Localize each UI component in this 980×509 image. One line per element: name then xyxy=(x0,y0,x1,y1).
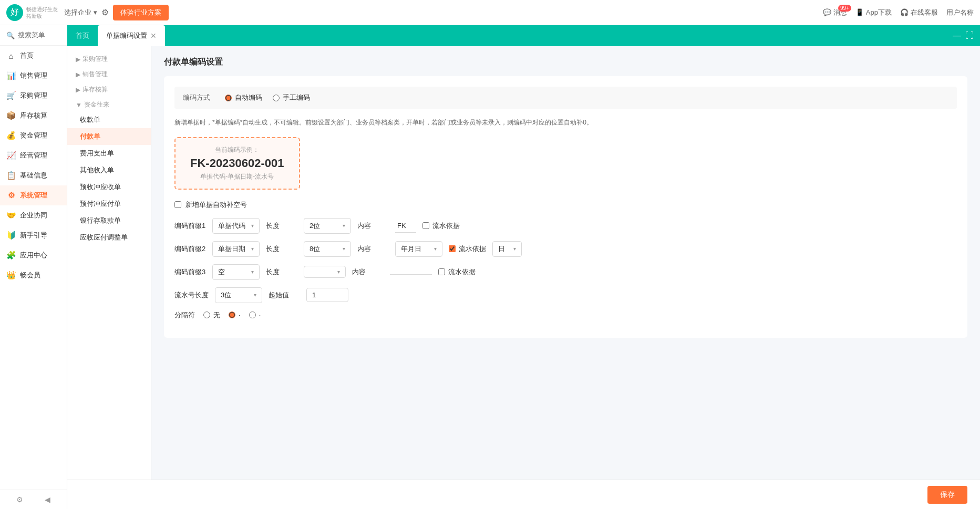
content2-select[interactable]: 年月日 ▾ xyxy=(395,241,442,257)
app-center-icon: 🧩 xyxy=(6,251,16,260)
sidebar-item-app[interactable]: 🧩 应用中心 xyxy=(0,245,67,265)
app-icon: 📱 xyxy=(855,8,864,16)
page-title: 付款单编码设置 xyxy=(164,57,967,68)
sidebar-item-guide[interactable]: 🔰 新手引导 xyxy=(0,225,67,245)
prefix1-label: 编码前缀1 xyxy=(174,221,206,231)
online-service-button[interactable]: 🎧 在线客服 xyxy=(900,8,938,17)
length2-select[interactable]: 8位 ▾ xyxy=(304,241,351,257)
content2-label: 内容 xyxy=(357,244,389,254)
tab-minimize-icon[interactable]: — xyxy=(953,31,961,40)
sep-none-option[interactable]: 无 xyxy=(203,310,220,320)
sep-dash-option[interactable]: · xyxy=(249,311,261,319)
chevron-right-icon: ▶ xyxy=(76,56,80,63)
stream1-checkbox-item: 流水依据 xyxy=(422,221,460,231)
radio-manual-code[interactable]: 手工编码 xyxy=(273,93,310,102)
sidebar-collapse-icon[interactable]: ◀ xyxy=(45,495,50,504)
form-row-2: 编码前缀2 单据日期 ▾ 长度 8位 ▾ 内容 年月日 xyxy=(174,241,957,257)
finance-icon: 💰 xyxy=(6,131,16,140)
sub-sidebar-item-payment[interactable]: 付款单 xyxy=(67,128,151,145)
sidebar-item-system[interactable]: ⚙ 系统管理 xyxy=(0,185,67,205)
example-desc: 单据代码-单据日期-流水号 xyxy=(190,172,284,181)
chevron-down-icon-p2: ▾ xyxy=(251,246,254,252)
system-icon: ⚙ xyxy=(6,191,16,200)
sidebar-item-vip[interactable]: 👑 畅会员 xyxy=(0,265,67,285)
settings-card: 编码方式 自动编码 手工编码 新增单据时，*单据编码*自动生成，不可编辑。前缀设… xyxy=(164,76,967,338)
stream2-unit-select[interactable]: 日 ▾ xyxy=(492,241,522,257)
tab-home[interactable]: 首页 xyxy=(67,25,98,46)
sub-sidebar-item-prepay-pay[interactable]: 预付冲应付单 xyxy=(67,195,151,212)
stream1-checkbox[interactable] xyxy=(422,222,429,229)
tab-code-settings[interactable]: 单据编码设置 ✕ xyxy=(98,25,165,46)
main-panel: 付款单编码设置 编码方式 自动编码 手工编码 xyxy=(151,46,980,480)
sidebar: 🔍 搜索菜单 首页 📊 销售管理 🛒 采购管理 📦 库存核算 💰 资金管理 📈 … xyxy=(0,25,67,509)
content3-value xyxy=(390,269,432,275)
message-button[interactable]: 💬 消息 99+ xyxy=(823,8,847,17)
sep-dot-option[interactable]: · xyxy=(229,311,241,319)
stream3-checkbox[interactable] xyxy=(438,268,445,275)
settings-icon[interactable]: ⚙ xyxy=(101,7,109,17)
length3-label: 长度 xyxy=(266,267,297,277)
stream2-checkbox[interactable] xyxy=(449,245,456,252)
sub-sidebar-group-sales[interactable]: ▶ 销售管理 xyxy=(67,66,151,81)
tab-bar-right: — ⛶ xyxy=(953,31,980,40)
logo-area: 好 畅捷通好生意 拓新版 xyxy=(6,4,58,21)
sub-sidebar-group-purchase[interactable]: ▶ 采购管理 xyxy=(67,50,151,66)
encoding-type-row: 编码方式 自动编码 手工编码 xyxy=(174,87,957,109)
info-text: 新增单据时，*单据编码*自动生成，不可编辑。前缀设置为部门、业务员等档案类，开单… xyxy=(174,117,957,129)
user-info[interactable]: 用户名称 xyxy=(946,8,974,17)
chevron-down-icon-sl: ▾ xyxy=(254,292,256,298)
tab-close-icon[interactable]: ✕ xyxy=(150,32,157,40)
length3-select[interactable]: ▾ xyxy=(304,266,346,278)
separator-label: 分隔符 xyxy=(174,310,195,320)
sidebar-item-purchase[interactable]: 🛒 采购管理 xyxy=(0,86,67,106)
sidebar-item-coop[interactable]: 🤝 企业协同 xyxy=(0,205,67,225)
length1-select[interactable]: 2位 ▾ xyxy=(304,218,351,234)
sub-sidebar-item-expense[interactable]: 费用支出单 xyxy=(67,145,151,162)
sep-dash-char: · xyxy=(259,311,261,319)
sidebar-settings-icon[interactable]: ⚙ xyxy=(16,495,23,504)
stream2-checkbox-item: 流水依据 xyxy=(449,244,486,254)
top-bar: 好 畅捷通好生意 拓新版 选择企业 ▾ ⚙ 体验行业方案 💬 消息 99+ 📱 … xyxy=(0,0,980,25)
chevron-down-icon-c2: ▾ xyxy=(434,246,437,252)
form-row-1: 编码前缀1 单据代码 ▾ 长度 2位 ▾ 内容 FK xyxy=(174,218,957,234)
vip-icon: 👑 xyxy=(6,271,16,280)
chevron-down-icon-l1: ▾ xyxy=(343,223,345,228)
sidebar-item-home[interactable]: 首页 xyxy=(0,46,67,66)
sidebar-item-basic[interactable]: 📋 基础信息 xyxy=(0,165,67,185)
content1-value: FK xyxy=(395,219,416,233)
top-bar-center: 选择企业 ▾ ⚙ 体验行业方案 xyxy=(64,5,169,20)
top-bar-left: 好 畅捷通好生意 拓新版 选择企业 ▾ ⚙ 体验行业方案 xyxy=(6,4,169,21)
encoding-type-label: 编码方式 xyxy=(183,93,210,102)
service-icon: 🎧 xyxy=(900,8,909,16)
auto-fill-checkbox[interactable] xyxy=(174,201,181,208)
search-menu[interactable]: 🔍 搜索菜单 xyxy=(0,25,67,46)
sep-dot-char: · xyxy=(239,311,241,319)
sub-sidebar-group-fund[interactable]: ▼ 资金往来 xyxy=(67,96,151,111)
company-dropdown[interactable]: 选择企业 ▾ xyxy=(64,8,97,17)
content3-label: 内容 xyxy=(352,267,384,277)
sub-sidebar-item-prepay-collect[interactable]: 预收冲应收单 xyxy=(67,179,151,195)
sub-sidebar-item-bank-deposit[interactable]: 银行存取款单 xyxy=(67,212,151,229)
radio-auto-code[interactable]: 自动编码 xyxy=(225,93,262,102)
chevron-down-icon-l3: ▾ xyxy=(337,269,340,275)
sidebar-item-manage[interactable]: 📈 经营管理 xyxy=(0,146,67,165)
app-download-button[interactable]: 📱 App下载 xyxy=(855,8,892,17)
sidebar-item-inventory[interactable]: 📦 库存核算 xyxy=(0,106,67,126)
sub-sidebar-group-inventory[interactable]: ▶ 库存核算 xyxy=(67,81,151,96)
prefix2-select[interactable]: 单据日期 ▾ xyxy=(212,241,260,257)
save-button[interactable]: 保存 xyxy=(927,486,967,504)
sub-sidebar-item-other-income[interactable]: 其他收入单 xyxy=(67,162,151,179)
prefix3-select[interactable]: 空 ▾ xyxy=(212,264,260,280)
sidebar-item-sales[interactable]: 📊 销售管理 xyxy=(0,66,67,86)
tab-maximize-icon[interactable]: ⛶ xyxy=(965,31,974,40)
sidebar-item-finance[interactable]: 💰 资金管理 xyxy=(0,126,67,146)
example-code: FK-20230602-001 xyxy=(190,157,284,170)
purchase-icon: 🛒 xyxy=(6,91,16,100)
prefix1-select[interactable]: 单据代码 ▾ xyxy=(212,218,260,234)
sub-sidebar-item-adjust[interactable]: 应收应付调整单 xyxy=(67,229,151,246)
start-value-input[interactable] xyxy=(306,288,348,302)
length2-label: 长度 xyxy=(266,244,297,254)
trial-button[interactable]: 体验行业方案 xyxy=(113,5,169,20)
sub-sidebar-item-receipt[interactable]: 收款单 xyxy=(67,111,151,128)
serial-length-select[interactable]: 3位 ▾ xyxy=(215,287,262,303)
